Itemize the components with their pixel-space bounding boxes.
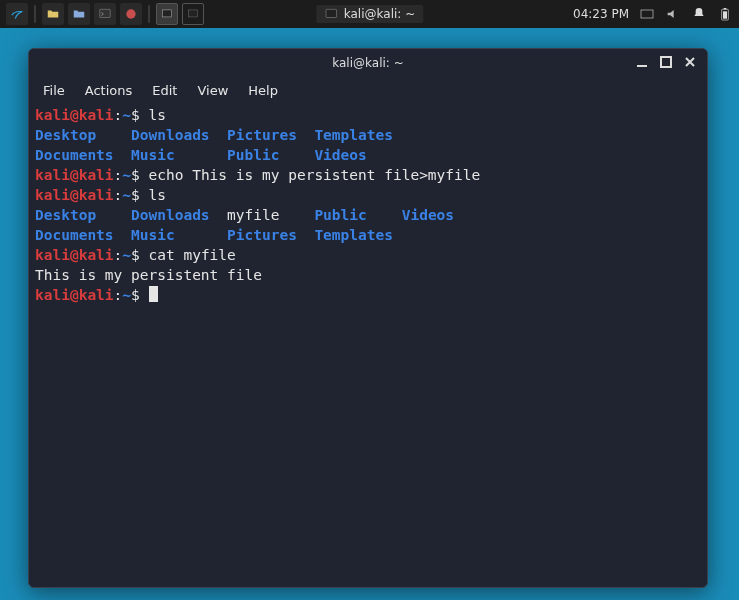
file-manager-alt-icon[interactable]: [68, 3, 90, 25]
svg-rect-3: [188, 10, 197, 17]
svg-rect-4: [326, 9, 337, 17]
taskbar: kali@kali: ~ 04:23 PM: [0, 0, 739, 28]
terminal-line: kali@kali:~$: [35, 285, 701, 305]
cursor: [149, 286, 158, 302]
terminal-line: This is my persistent file: [35, 265, 701, 285]
minimize-button[interactable]: [633, 53, 651, 71]
terminal-window: kali@kali: ~ File Actions Edit View Help…: [28, 48, 708, 588]
terminal-line: Desktop Downloads myfile Public Videos: [35, 205, 701, 225]
notification-bell-icon[interactable]: [691, 6, 707, 22]
taskbar-app-label: kali@kali: ~: [344, 7, 415, 21]
taskbar-divider: [148, 5, 150, 23]
taskbar-right: 04:23 PM: [573, 6, 733, 22]
taskbar-clock[interactable]: 04:23 PM: [573, 7, 629, 21]
menu-view[interactable]: View: [197, 83, 228, 98]
taskbar-app-entry[interactable]: kali@kali: ~: [316, 5, 423, 23]
svg-rect-8: [724, 8, 727, 9]
browser-launcher-icon[interactable]: [120, 3, 142, 25]
window-controls: [633, 53, 699, 71]
close-button[interactable]: [681, 53, 699, 71]
menu-file[interactable]: File: [43, 83, 65, 98]
taskbar-center: kali@kali: ~: [316, 5, 423, 23]
terminal-line: kali@kali:~$ ls: [35, 185, 701, 205]
terminal-line: Documents Music Public Videos: [35, 145, 701, 165]
workspace-switcher-icon[interactable]: [639, 6, 655, 22]
terminal-line: kali@kali:~$ cat myfile: [35, 245, 701, 265]
kali-menu-icon[interactable]: [6, 3, 28, 25]
taskbar-window-button-active[interactable]: [156, 3, 178, 25]
battery-icon[interactable]: [717, 6, 733, 22]
terminal-line: Desktop Downloads Pictures Templates: [35, 125, 701, 145]
svg-rect-5: [641, 10, 653, 18]
terminal-line: kali@kali:~$ ls: [35, 105, 701, 125]
taskbar-left: [6, 3, 204, 25]
file-manager-icon[interactable]: [42, 3, 64, 25]
terminal-line: Documents Music Pictures Templates: [35, 225, 701, 245]
menu-edit[interactable]: Edit: [152, 83, 177, 98]
terminal-line: kali@kali:~$ echo This is my persistent …: [35, 165, 701, 185]
taskbar-window-button[interactable]: [182, 3, 204, 25]
terminal-icon: [324, 7, 338, 21]
maximize-button[interactable]: [657, 53, 675, 71]
window-titlebar[interactable]: kali@kali: ~: [29, 49, 707, 77]
terminal-launcher-icon[interactable]: [94, 3, 116, 25]
terminal-body[interactable]: kali@kali:~$ lsDesktop Downloads Picture…: [29, 103, 707, 587]
svg-rect-7: [723, 11, 727, 18]
terminal-menubar: File Actions Edit View Help: [29, 77, 707, 103]
menu-help[interactable]: Help: [248, 83, 278, 98]
svg-rect-10: [661, 57, 671, 67]
svg-rect-2: [162, 10, 171, 17]
menu-actions[interactable]: Actions: [85, 83, 133, 98]
volume-icon[interactable]: [665, 6, 681, 22]
svg-rect-0: [100, 9, 111, 17]
taskbar-divider: [34, 5, 36, 23]
window-title: kali@kali: ~: [332, 56, 403, 70]
svg-point-1: [126, 9, 135, 18]
svg-rect-9: [637, 65, 647, 67]
